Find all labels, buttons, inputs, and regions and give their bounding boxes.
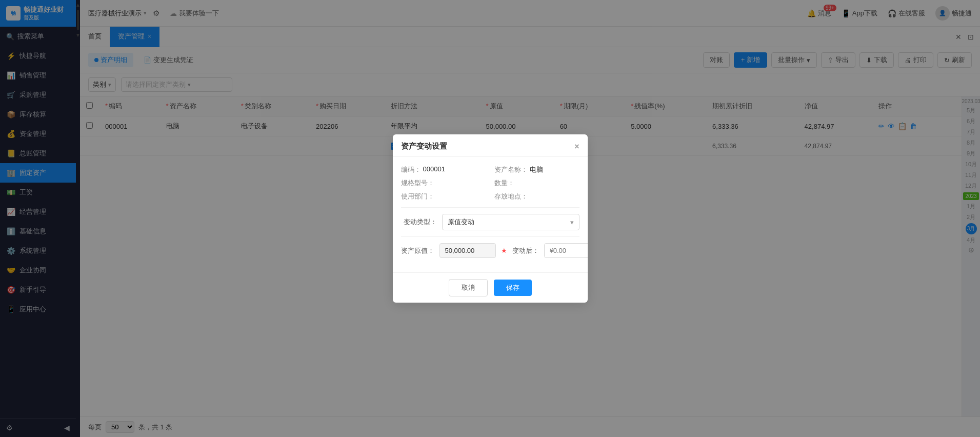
- dialog-divider-2: [401, 236, 579, 237]
- asset-value-inputs: ★ 变动后：: [439, 243, 588, 258]
- change-type-label: 变动类型：: [401, 217, 437, 227]
- after-label: 变动后：: [512, 246, 539, 255]
- change-type-row: 变动类型： 原值变动 ▾: [401, 214, 579, 230]
- dialog-divider-1: [401, 207, 579, 208]
- change-type-value: 原值变动: [448, 217, 474, 227]
- save-label: 保存: [506, 284, 519, 291]
- dialog-header: 资产变动设置 ×: [393, 134, 588, 157]
- cancel-label: 取消: [462, 284, 475, 291]
- save-button[interactable]: 保存: [494, 280, 532, 296]
- dialog-overlay: 资产变动设置 × 编码： 000001 资产名称： 电脑 规格型号： 数量：: [0, 0, 980, 437]
- info-quantity: 数量：: [494, 178, 579, 188]
- info-dept: 使用部门：: [401, 192, 486, 201]
- name-value: 电脑: [530, 165, 543, 174]
- dialog-close-button[interactable]: ×: [574, 143, 579, 151]
- code-label: 编码：: [401, 165, 421, 174]
- dialog-footer: 取消 保存: [393, 272, 588, 303]
- name-label: 资产名称：: [494, 165, 528, 174]
- dept-label: 使用部门：: [401, 192, 434, 201]
- location-label: 存放地点：: [494, 192, 528, 201]
- dialog-info-grid: 编码： 000001 资产名称： 电脑 规格型号： 数量： 使用部门：: [401, 165, 579, 201]
- dialog-body: 编码： 000001 资产名称： 电脑 规格型号： 数量： 使用部门：: [393, 157, 588, 272]
- required-star: ★: [501, 247, 507, 254]
- asset-original-input[interactable]: [439, 243, 496, 258]
- asset-value-row: 资产原值： ★ 变动后：: [401, 243, 579, 258]
- dialog-title: 资产变动设置: [401, 142, 447, 151]
- code-value: 000001: [423, 165, 445, 174]
- info-code: 编码： 000001: [401, 165, 486, 174]
- quantity-label: 数量：: [494, 178, 514, 188]
- spec-label: 规格型号：: [401, 178, 434, 188]
- change-type-select[interactable]: 原值变动 ▾: [442, 214, 579, 230]
- change-type-arrow-icon: ▾: [570, 218, 574, 226]
- asset-change-dialog: 资产变动设置 × 编码： 000001 资产名称： 电脑 规格型号： 数量：: [393, 134, 588, 303]
- asset-original-label: 资产原值：: [401, 246, 434, 255]
- after-value-input[interactable]: [544, 243, 588, 258]
- info-spec: 规格型号：: [401, 178, 486, 188]
- info-location: 存放地点：: [494, 192, 579, 201]
- info-name: 资产名称： 电脑: [494, 165, 579, 174]
- cancel-button[interactable]: 取消: [449, 279, 488, 296]
